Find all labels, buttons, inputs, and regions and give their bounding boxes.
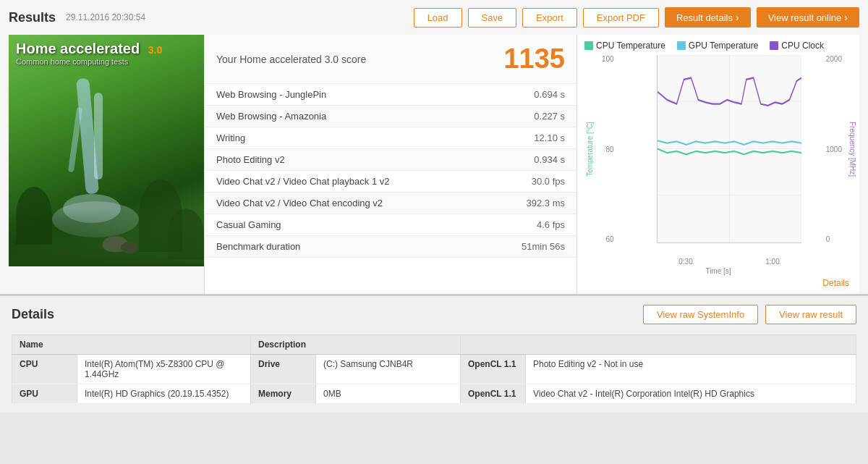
legend-label: CPU Clock <box>781 41 824 51</box>
legend-item: CPU Temperature <box>584 41 665 51</box>
chart-details-link[interactable]: Details <box>584 278 852 288</box>
y-axis-right-labels: 2000 1000 0 <box>826 55 842 243</box>
details-header: Details View raw SystemInfo View raw res… <box>12 305 856 324</box>
drive-label: Drive <box>251 355 316 384</box>
test-value: 30.0 fps <box>482 171 576 193</box>
details-table: Name Description CPUIntel(R) Atom(TM) x5… <box>12 334 856 404</box>
test-name: Video Chat v2 / Video Chat playback 1 v2 <box>205 171 482 193</box>
test-value: 4.6 fps <box>482 214 576 236</box>
chart-legend: CPU TemperatureGPU TemperatureCPU Clock <box>584 41 852 51</box>
benchmark-subtitle: Common home computing tests <box>16 57 197 66</box>
legend-color-dot <box>770 41 778 50</box>
cpu-value: Intel(R) Atom(TM) x5-Z8300 CPU @ 1.44GHz <box>77 355 251 384</box>
benchmark-version: 3.0 <box>148 44 162 56</box>
view-sysinfo-button[interactable]: View raw SystemInfo <box>643 305 758 324</box>
test-name: Benchmark duration <box>205 236 482 258</box>
opencl-label: OpenCL 1.1 <box>461 355 526 384</box>
x-axis-title: Time [s] <box>584 267 852 275</box>
chevron-right-icon: › <box>736 12 739 23</box>
details-row: CPUIntel(R) Atom(TM) x5-Z8300 CPU @ 1.44… <box>12 355 856 384</box>
benchmark-row: Benchmark duration51min 56s <box>205 236 576 258</box>
y-axis-left-labels: 100 80 60 <box>602 55 614 243</box>
view-result-button[interactable]: View raw result <box>765 305 856 324</box>
page-title: Results <box>9 10 56 25</box>
chart-svg <box>658 55 801 242</box>
chart-panel: CPU TemperatureGPU TemperatureCPU Clock … <box>577 35 859 294</box>
benchmark-row: Casual Gaming4.6 fps <box>205 214 576 236</box>
opencl-value: Photo Editing v2 - Not in use <box>526 355 856 384</box>
result-date: 29.11.2016 20:30:54 <box>66 12 145 22</box>
test-name: Casual Gaming <box>205 214 482 236</box>
result-details-button[interactable]: Result details › <box>665 7 751 28</box>
legend-color-dot <box>677 41 686 50</box>
test-value: 392.3 ms <box>482 193 576 214</box>
benchmark-row: Video Chat v2 / Video Chat playback 1 v2… <box>205 171 576 193</box>
cpu-label: GPU <box>12 384 77 404</box>
test-name: Writing <box>205 127 482 149</box>
x-axis-labels: 0:30 1:00 <box>642 258 816 266</box>
details-section: Details View raw SystemInfo View raw res… <box>0 296 868 413</box>
y-axis-right-title: Frequency [MHz] <box>848 122 856 177</box>
drive-value: (C:) Samsung CJNB4R <box>316 355 461 384</box>
legend-label: GPU Temperature <box>689 41 759 51</box>
benchmark-results-table: Web Browsing - JunglePin0.694 sWeb Brows… <box>205 84 576 258</box>
test-value: 12.10 s <box>482 127 576 149</box>
test-value: 0.227 s <box>482 106 576 127</box>
cpu-label: CPU <box>12 355 77 384</box>
benchmark-row: Writing12.10 s <box>205 127 576 149</box>
legend-item: CPU Clock <box>770 41 824 51</box>
opencl-label: OpenCL 1.1 <box>461 384 526 404</box>
test-name: Video Chat v2 / Video Chat encoding v2 <box>205 193 482 214</box>
test-value: 0.934 s <box>482 149 576 171</box>
test-value: 0.694 s <box>482 84 576 106</box>
y-axis-left-title: Temperature [°C] <box>586 122 594 177</box>
legend-color-dot <box>584 41 593 50</box>
score-header: Your Home accelerated 3.0 score 1135 <box>205 35 576 84</box>
benchmark-row: Web Browsing - Amazonia0.227 s <box>205 106 576 127</box>
save-button[interactable]: Save <box>468 8 517 28</box>
opencl-value: Video Chat v2 - Intel(R) Corporation Int… <box>526 384 856 404</box>
drive-label: Memory <box>251 384 316 404</box>
x-label-100: 1:00 <box>765 258 779 266</box>
benchmark-row: Video Chat v2 / Video Chat encoding v239… <box>205 193 576 214</box>
benchmark-title-overlay: Home accelerated 3.0 Common home computi… <box>9 35 204 69</box>
cpu-value: Intel(R) HD Graphics (20.19.15.4352) <box>77 384 251 404</box>
export-pdf-button[interactable]: Export PDF <box>583 8 659 28</box>
chevron-right-icon: › <box>844 12 848 23</box>
details-title: Details <box>12 307 327 322</box>
view-online-button[interactable]: View result online › <box>757 7 859 28</box>
benchmark-row: Photo Editing v20.934 s <box>205 149 576 171</box>
legend-item: GPU Temperature <box>677 41 759 51</box>
export-button[interactable]: Export <box>522 8 577 28</box>
benchmark-image-panel: Home accelerated 3.0 Common home computi… <box>9 35 204 294</box>
name-header: Name <box>12 335 251 355</box>
x-label-030: 0:30 <box>678 258 692 266</box>
scores-panel: Your Home accelerated 3.0 score 1135 Web… <box>204 35 577 294</box>
benchmark-row: Web Browsing - JunglePin0.694 s <box>205 84 576 106</box>
score-label: Your Home accelerated 3.0 score <box>216 54 503 65</box>
test-name: Photo Editing v2 <box>205 149 482 171</box>
benchmark-image <box>9 35 204 266</box>
score-value: 1135 <box>503 43 565 75</box>
extra-header <box>461 335 856 355</box>
details-row: GPUIntel(R) HD Graphics (20.19.15.4352)M… <box>12 384 856 404</box>
chart-area <box>657 55 801 243</box>
test-name: Web Browsing - Amazonia <box>205 106 482 127</box>
test-name: Web Browsing - JunglePin <box>205 84 482 106</box>
test-value: 51min 56s <box>482 236 576 258</box>
benchmark-name: Home accelerated <box>16 41 140 56</box>
description-header: Description <box>251 335 461 355</box>
legend-label: CPU Temperature <box>596 41 665 51</box>
load-button[interactable]: Load <box>414 8 462 28</box>
drive-value: 0MB <box>316 384 461 404</box>
